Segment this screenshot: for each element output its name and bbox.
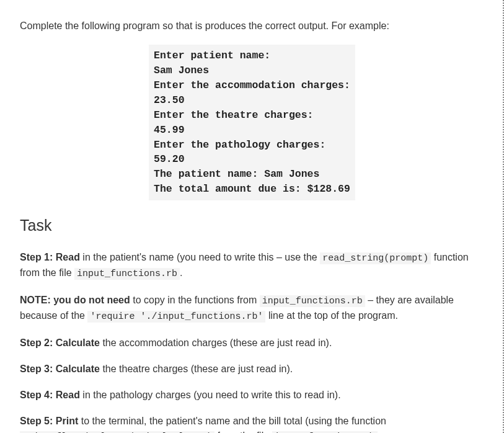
step-1-label: Step 1: Read <box>20 252 80 262</box>
step-2: Step 2: Calculate the accommodation char… <box>20 336 484 350</box>
note-text-before: to copy in the functions from <box>130 295 260 305</box>
step-4-text: in the pathology charges (you need to wr… <box>80 390 341 400</box>
step-3-text: the theatre charges (these are just read… <box>100 364 293 374</box>
example-output-block: Enter patient name: Sam Jones Enter the … <box>149 45 355 200</box>
step-4: Step 4: Read in the pathology charges (y… <box>20 388 484 403</box>
step-4-label: Step 4: Read <box>20 390 80 400</box>
intro-text: Complete the following program so that i… <box>20 19 484 33</box>
step-1-text-after: . <box>180 267 182 278</box>
step-2-text: the accommodation charges (these are jus… <box>100 337 332 348</box>
step-5-text-before: to the terminal, the patient's name and … <box>78 416 386 426</box>
step-5-text-after: . <box>378 431 380 433</box>
step-5: Step 5: Print to the terminal, the patie… <box>20 414 484 433</box>
note-text-after: line at the top of the program. <box>265 310 397 321</box>
note-label: NOTE: you do not need <box>20 295 130 305</box>
step-5-label: Step 5: Print <box>20 416 78 426</box>
note-code-1: input_functions.rb <box>260 295 365 307</box>
step-2-label: Step 2: Calculate <box>20 337 100 348</box>
step-1-code-1: read_string(prompt) <box>320 252 431 264</box>
note-code-2: 'require './input_functions.rb' <box>87 311 265 323</box>
step-3-label: Step 3: Calculate <box>20 364 100 374</box>
step-5-text-mid: from the file <box>214 431 272 433</box>
step-1-text-before: in the patient's name (you need to write… <box>80 252 320 262</box>
note-paragraph: NOTE: you do not need to copy in the fun… <box>20 293 484 324</box>
step-1: Step 1: Read in the patient's name (you … <box>20 250 484 282</box>
task-heading: Task <box>20 214 484 238</box>
step-1-code-2: input_functions.rb <box>74 268 180 280</box>
step-3: Step 3: Calculate the theatre charges (t… <box>20 362 484 377</box>
